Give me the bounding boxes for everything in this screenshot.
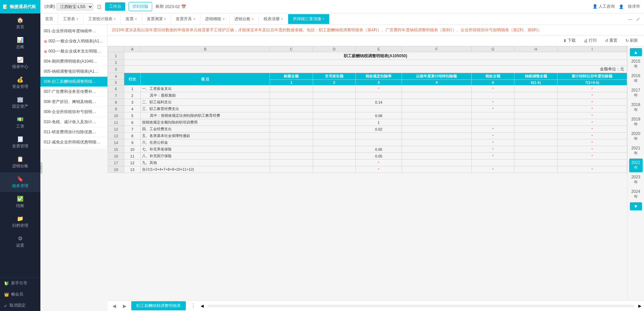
- row17-c2[interactable]: [313, 160, 355, 166]
- row13-c6[interactable]: [514, 133, 557, 139]
- row9-c6[interactable]: [514, 106, 557, 112]
- row6-c4[interactable]: [402, 85, 471, 92]
- sheet-more-button[interactable]: ⋮: [189, 302, 198, 310]
- list-item-001[interactable]: 001-企业所得税年度纳税申…: [40, 26, 107, 36]
- row16-c2[interactable]: [313, 153, 355, 160]
- tab-invoice-calc[interactable]: 发票测算 ×: [142, 14, 171, 24]
- row7-c5[interactable]: [472, 92, 514, 99]
- sidebar-item-funds[interactable]: 💰 资金管理: [0, 73, 40, 93]
- row15-c2[interactable]: [313, 146, 355, 153]
- tab-payroll-stats[interactable]: 工资统计报表 ×: [83, 14, 121, 24]
- row18-c2[interactable]: [313, 166, 355, 173]
- list-item-006[interactable]: 006-职工薪酬纳税调整明细…: [40, 77, 107, 87]
- row10-c1[interactable]: [270, 112, 313, 119]
- row16-c6[interactable]: [514, 153, 557, 160]
- row9-c1[interactable]: [270, 106, 313, 112]
- year-2021[interactable]: 2021年: [629, 144, 643, 158]
- tab-tax-table-close[interactable]: ×: [281, 17, 283, 21]
- list-item-007[interactable]: 007-广告费和业务宣传费补…: [40, 87, 107, 97]
- download-button[interactable]: ⬇ 下载: [561, 37, 578, 44]
- row8-c6[interactable]: [514, 99, 557, 106]
- row8-c2[interactable]: [313, 99, 355, 106]
- row12-c4[interactable]: [402, 126, 471, 133]
- tab-income-tax-close[interactable]: ×: [323, 17, 325, 21]
- tab-minimize-button[interactable]: —: [626, 16, 634, 23]
- row15-c6[interactable]: [514, 146, 557, 153]
- year-2019[interactable]: 2019年: [629, 115, 643, 129]
- year-2015[interactable]: 2015年: [629, 57, 643, 71]
- row16-c1[interactable]: [270, 153, 313, 160]
- year-2022[interactable]: 2022年: [629, 159, 643, 172]
- row9-c2[interactable]: [313, 106, 355, 112]
- row18-c4[interactable]: [402, 166, 471, 173]
- row11-c2[interactable]: [313, 119, 355, 126]
- calendar-icon[interactable]: 📅: [181, 4, 186, 9]
- list-item-010[interactable]: 010-免税、减计收入及加计…: [40, 117, 107, 127]
- row14-c3[interactable]: [355, 139, 402, 146]
- list-item-003[interactable]: ⊗ 003-一般企业成本支出明细…: [40, 46, 107, 57]
- row12-c1[interactable]: [270, 126, 313, 133]
- row6-c6[interactable]: [514, 85, 557, 92]
- tab-purchase-check[interactable]: 进销稽核 ×: [200, 14, 230, 24]
- collapse-panel-button[interactable]: 《: [40, 162, 42, 174]
- sidebar-item-tax[interactable]: 🔖 税务管理: [0, 172, 40, 192]
- row7-c4[interactable]: [402, 92, 471, 99]
- company-dropdown[interactable]: 江西盼宝-LSS: [57, 3, 93, 10]
- tab-invoice-issue[interactable]: 发票开具 ×: [171, 14, 200, 24]
- row8-c1[interactable]: [270, 99, 313, 106]
- row11-c6[interactable]: [514, 119, 557, 126]
- row17-c6[interactable]: [514, 160, 557, 166]
- row13-c3[interactable]: [355, 133, 402, 139]
- list-item-012[interactable]: 012-减免企业所得税优惠明细…: [40, 137, 107, 147]
- row13-c4[interactable]: [402, 133, 471, 139]
- row13-c1[interactable]: [270, 133, 313, 139]
- refresh-button[interactable]: ↻ 刷新: [623, 37, 640, 44]
- row11-c5[interactable]: [472, 119, 514, 126]
- row7-c1[interactable]: [270, 92, 313, 99]
- sidebar-item-payroll[interactable]: 💵 工资: [0, 113, 40, 133]
- row17-c1[interactable]: [270, 160, 313, 166]
- tab-invoice[interactable]: 发票 ×: [121, 14, 142, 24]
- row18-c6[interactable]: [514, 166, 557, 173]
- row12-c6[interactable]: [514, 126, 557, 133]
- row9-c3[interactable]: [355, 106, 402, 112]
- list-item-002[interactable]: ⊗ 002-一般企业收入明细表(A1…: [40, 36, 107, 46]
- row16-c4[interactable]: [402, 153, 471, 160]
- row17-c4[interactable]: [402, 160, 471, 166]
- row14-c2[interactable]: [313, 139, 355, 146]
- sidebar-item-cancel-fixed[interactable]: ↙ 取消固定: [0, 300, 40, 311]
- row7-c3[interactable]: [355, 92, 402, 99]
- year-up-button[interactable]: ▲: [630, 48, 642, 56]
- list-item-004[interactable]: 004-期间费用明细表(A1040…: [40, 57, 107, 67]
- row10-c5[interactable]: [472, 112, 514, 119]
- tab-tax-table[interactable]: 税表清册 ×: [259, 14, 288, 24]
- row15-c4[interactable]: [402, 146, 471, 153]
- row9-c4[interactable]: [402, 106, 471, 112]
- tab-home[interactable]: 首页: [40, 14, 58, 24]
- switch-old-button[interactable]: 切到旧版: [129, 2, 152, 11]
- row14-c6[interactable]: [514, 139, 557, 146]
- row13-c2[interactable]: [313, 133, 355, 139]
- year-2018[interactable]: 2018年: [629, 101, 643, 114]
- row18-c1[interactable]: [270, 166, 313, 173]
- row11-c1[interactable]: [270, 119, 313, 126]
- year-2020[interactable]: 2020年: [629, 130, 643, 143]
- scroll-left-icon[interactable]: ◀: [201, 304, 204, 308]
- row6-c1[interactable]: [270, 85, 313, 92]
- row17-c7[interactable]: [557, 160, 627, 166]
- sidebar-item-guide[interactable]: 🔰 新手引导: [0, 278, 40, 289]
- row7-c6[interactable]: [514, 92, 557, 99]
- sheet-left-arrow[interactable]: ◀: [110, 303, 118, 309]
- sidebar-item-assets[interactable]: 🏢 固定资产: [0, 93, 40, 113]
- bottom-scrollbar[interactable]: [208, 305, 634, 307]
- list-item-005[interactable]: 005-纳税调整项目明细表(A1…: [40, 67, 107, 77]
- row7-c2[interactable]: [313, 92, 355, 99]
- row10-c2[interactable]: [313, 112, 355, 119]
- tab-maximize-button[interactable]: ⤢: [635, 16, 641, 23]
- sidebar-item-ledger[interactable]: 📊 总账: [0, 33, 40, 53]
- scroll-right-icon[interactable]: ▶: [638, 304, 641, 308]
- year-2016[interactable]: 2016年: [629, 72, 643, 85]
- list-item-011[interactable]: 011-研发费用加计扣除优惠…: [40, 127, 107, 137]
- sidebar-item-home[interactable]: 🏠 首页: [0, 13, 40, 33]
- tab-invoice-close[interactable]: ×: [135, 17, 137, 21]
